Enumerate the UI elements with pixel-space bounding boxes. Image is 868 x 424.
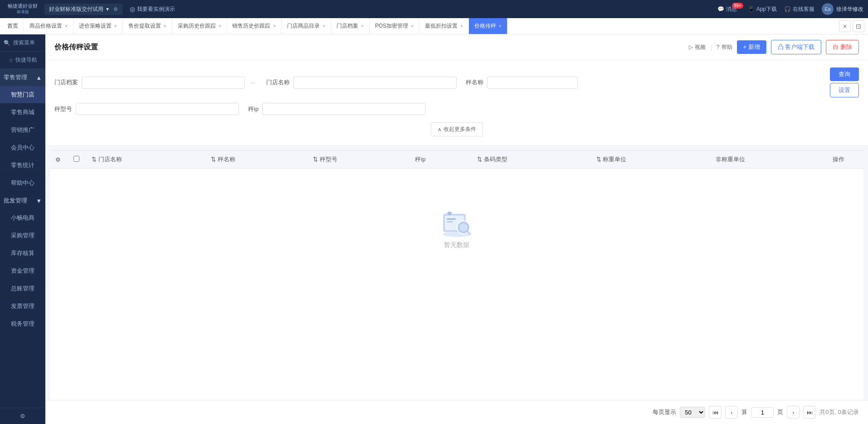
scale-name-input[interactable]	[487, 77, 578, 89]
tab-price-scale[interactable]: 价格传秤 ×	[469, 18, 507, 34]
tab-home[interactable]: 首页	[2, 18, 24, 34]
tab-controls: × ⊡	[835, 20, 868, 32]
app-download-action[interactable]: 📱 App下载	[748, 5, 777, 13]
sidebar-item-purchase[interactable]: 采购管理	[0, 227, 45, 245]
tab-store-archive[interactable]: 门店档案 ×	[331, 18, 370, 34]
sidebar-settings[interactable]: ⚙	[0, 408, 45, 424]
user-info[interactable]: Ea 徐泽华修改	[822, 3, 863, 15]
sidebar-item-member-center[interactable]: 会员中心	[0, 139, 45, 157]
tab-purchase-strategy[interactable]: 进价策略设置 ×	[73, 18, 123, 34]
close-icon[interactable]: ×	[322, 24, 325, 29]
tab-min-discount[interactable]: 最低折扣设置 ×	[419, 18, 469, 34]
table-col-store-name[interactable]: ⇅ 门店名称	[86, 151, 205, 169]
close-icon[interactable]: ×	[164, 24, 166, 29]
close-icon[interactable]: ×	[361, 24, 364, 29]
tab-sale-history[interactable]: 销售历史价跟踪 ×	[227, 18, 282, 34]
demo-button[interactable]: ◎ 我要看实例演示	[126, 4, 179, 15]
close-icon[interactable]: ×	[65, 24, 68, 29]
sidebar-item-inventory[interactable]: 库存核算	[0, 245, 45, 262]
table-col-settings[interactable]: ⚙	[50, 151, 68, 169]
close-icon[interactable]: ×	[273, 24, 276, 29]
table-col-scale-ip: 秤ip	[410, 151, 472, 169]
chevron-up-icon: ▲	[36, 74, 42, 81]
page-number-input[interactable]	[751, 407, 774, 418]
more-options-icon[interactable]: ···	[249, 79, 257, 86]
query-button[interactable]: 查询	[830, 67, 859, 81]
filter-row-1: 门店档案 ··· 门店名称 秤名称 查询	[54, 67, 859, 97]
sidebar-item-retail-management[interactable]: 零售管理 ▲	[0, 69, 45, 86]
page-label: 算	[741, 408, 747, 416]
message-action[interactable]: 💬 消息 99+	[714, 5, 741, 13]
page-title: 价格传秤设置	[54, 43, 98, 52]
store-archive-input[interactable]	[82, 77, 245, 89]
settings-icon[interactable]: ⚙	[113, 6, 118, 12]
empty-state: 暂无数据	[50, 169, 863, 285]
pagination-bar: 每页显示 50 10 20 100 ⏮ ‹ 算 页 › ⏭ 共0页, 0条记录	[45, 400, 868, 424]
svg-point-4	[459, 223, 468, 231]
online-service-action[interactable]: 🎧 在线客服	[784, 5, 814, 13]
help-link[interactable]: ? 帮助	[717, 43, 732, 51]
version-selector[interactable]: 好业财标准版交付试用 ▾ ⚙	[44, 4, 122, 15]
tab-pos-encrypt[interactable]: POS加密管理 ×	[370, 18, 419, 34]
tab-goods-price[interactable]: 商品价格设置 ×	[24, 18, 73, 34]
scale-model-input[interactable]	[76, 103, 239, 115]
sidebar-search[interactable]: 🔍 搜索菜单	[0, 34, 45, 52]
tab-store-catalog[interactable]: 门店商品目录 ×	[282, 18, 331, 34]
help-icon: ?	[717, 44, 720, 50]
scale-model-label: 秤型号	[54, 105, 72, 113]
download-button[interactable]: 凸 客户端下载	[771, 40, 822, 54]
sidebar-item-invoice[interactable]: 发票管理	[0, 298, 45, 315]
headset-icon: 🎧	[784, 6, 791, 12]
table-col-weight-unit[interactable]: ⇅ 称重单位	[591, 151, 710, 169]
app-logo-text: 畅捷通好业财	[8, 3, 38, 9]
close-icon[interactable]: ×	[219, 24, 221, 29]
sidebar-item-ecommerce[interactable]: 小畅电商	[0, 209, 45, 227]
avatar: Ea	[822, 3, 834, 15]
sidebar-item-smart-store[interactable]: 智慧门店	[0, 86, 45, 104]
sidebar-item-retail-stats[interactable]: 零售统计	[0, 157, 45, 174]
scale-ip-input[interactable]	[262, 103, 425, 115]
last-page-button[interactable]: ⏭	[803, 406, 816, 419]
delete-button[interactable]: 自 删除	[826, 40, 859, 54]
close-icon[interactable]: ×	[499, 24, 502, 29]
collapse-button[interactable]: ∧ 收起更多条件	[431, 122, 483, 136]
store-name-input[interactable]	[293, 77, 457, 89]
add-button[interactable]: + 新增	[737, 40, 766, 54]
table-col-checkbox[interactable]	[68, 151, 86, 169]
sidebar-item-tax[interactable]: 税务管理	[0, 315, 45, 333]
table-col-scale-model[interactable]: ⇅ 秤型号	[307, 151, 410, 169]
store-name-label: 门店名称	[266, 78, 290, 87]
close-icon[interactable]: ×	[411, 24, 414, 29]
svg-rect-6	[447, 218, 456, 220]
filter-store-archive: 门店档案 ···	[54, 77, 257, 89]
settings-button[interactable]: 设置	[830, 83, 859, 97]
data-table: ⚙ ⇅ 门店名称 ⇅ 秤名称	[50, 150, 863, 169]
table-col-barcode-type[interactable]: ⇅ 条码类型	[472, 151, 591, 169]
sidebar-item-finance[interactable]: 资金管理	[0, 262, 45, 280]
version-label: 好业财标准版交付试用	[49, 5, 103, 13]
tab-purchase-history[interactable]: 采购历史价跟踪 ×	[172, 18, 227, 34]
first-page-button[interactable]: ⏮	[709, 406, 722, 419]
top-bar-right: 💬 消息 99+ 📱 App下载 🎧 在线客服 Ea 徐泽华修改	[714, 3, 863, 15]
content-header: 价格传秤设置 ▷ 视频 | ? 帮助 + 新增 凸 客户端下载	[45, 34, 868, 60]
nav-tabs-bar: 首页 商品价格设置 × 进价策略设置 × 售价提取设置 × 采购历史价跟踪 × …	[0, 18, 868, 34]
sidebar-item-marketing[interactable]: 营销推广	[0, 121, 45, 139]
video-link[interactable]: ▷ 视频	[689, 43, 706, 51]
table-area: ⚙ ⇅ 门店名称 ⇅ 秤名称	[50, 150, 863, 400]
tab-expand-button[interactable]: ⊡	[853, 20, 864, 32]
tab-close-button[interactable]: ×	[839, 20, 851, 32]
filter-store-name: 门店名称	[266, 77, 457, 89]
next-page-button[interactable]: ›	[787, 406, 800, 419]
prev-page-button[interactable]: ‹	[725, 406, 738, 419]
sidebar-item-general-ledger[interactable]: 总账管理	[0, 280, 45, 298]
sidebar-item-retail-mall[interactable]: 零售商城	[0, 104, 45, 121]
sidebar-quick-nav[interactable]: ☆ 快捷导航	[0, 52, 45, 69]
sidebar-item-wholesale-management[interactable]: 批发管理 ▼	[0, 192, 45, 209]
close-icon[interactable]: ×	[114, 24, 117, 29]
sidebar-item-help-center[interactable]: 帮助中心	[0, 174, 45, 192]
table-col-scale-name[interactable]: ⇅ 秤名称	[205, 151, 307, 169]
page-size-select[interactable]: 50 10 20 100	[680, 407, 705, 418]
close-icon[interactable]: ×	[460, 24, 463, 29]
tab-sale-extract[interactable]: 售价提取设置 ×	[123, 18, 172, 34]
select-all-checkbox[interactable]	[73, 156, 79, 162]
